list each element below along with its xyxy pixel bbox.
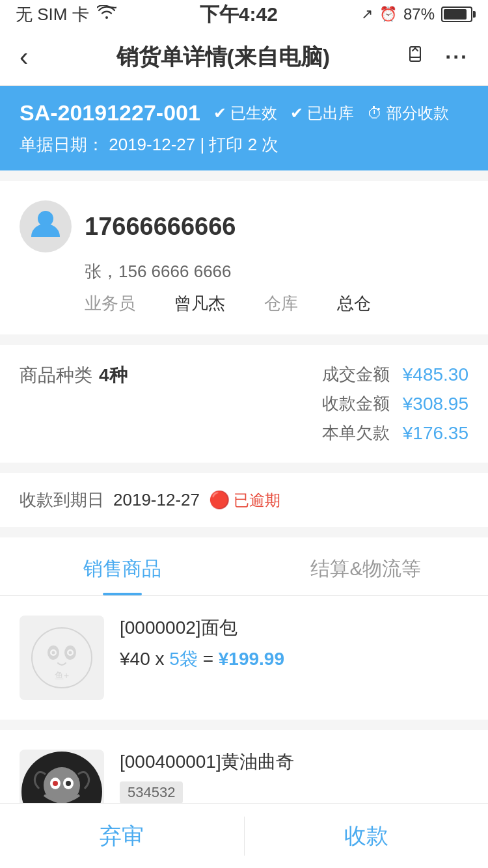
overdue-label: 收款到期日 xyxy=(20,489,104,511)
list-item: 鱼+ [0000002]面包 ¥40 x 5袋 = ¥199.99 xyxy=(0,596,488,720)
stats-left: 商品种类 4种 xyxy=(20,363,128,388)
customer-name: 张，156 6666 6666 xyxy=(20,260,468,283)
deal-amount-row: 成交金额 ¥485.30 xyxy=(322,363,468,386)
tab-sales[interactable]: 销售商品 xyxy=(0,537,244,595)
overdue-section: 收款到期日 2019-12-27 🔴 已逾期 xyxy=(0,473,488,527)
svg-point-8 xyxy=(69,651,72,655)
share-icon[interactable] xyxy=(405,44,426,70)
print-info: | 打印 2 次 xyxy=(200,135,278,154)
overdue-text: 已逾期 xyxy=(234,490,280,511)
receive-amount-label: 收款金额 xyxy=(322,392,390,415)
tabs-row: 销售商品 结算&物流等 xyxy=(0,537,488,595)
product-name-1: [0000002]面包 xyxy=(120,616,468,640)
battery-icon xyxy=(441,7,472,22)
wifi-icon xyxy=(97,5,116,23)
clock-icon: ⏱ xyxy=(367,104,383,122)
sales-name: 曾凡杰 xyxy=(174,292,225,315)
stats-section: 商品种类 4种 成交金额 ¥485.30 收款金额 ¥308.95 本单欠款 ¥… xyxy=(0,345,488,463)
product-price-1: ¥40 x 5袋 = ¥199.99 xyxy=(120,647,468,671)
avatar xyxy=(20,200,72,252)
bottom-bar: 弃审 收款 xyxy=(0,803,488,868)
owed-amount-label: 本单欠款 xyxy=(322,422,390,444)
customer-section: 17666666666 张，156 6666 6666 业务员 曾凡杰 仓库 总… xyxy=(0,181,488,334)
overdue-icon: 🔴 xyxy=(209,490,230,510)
page-title: 销货单详情(来自电脑) xyxy=(41,42,405,72)
customer-phone: 17666666666 xyxy=(85,213,236,241)
sales-label: 业务员 xyxy=(85,292,135,315)
svg-point-15 xyxy=(66,781,71,786)
carrier-label: 无 SIM 卡 xyxy=(16,3,89,26)
tabs-section: 销售商品 结算&物流等 xyxy=(0,537,488,596)
status-effected: ✔ 已生效 xyxy=(213,103,277,124)
alarm-icon: ⏰ xyxy=(379,6,397,23)
product-type-item: 商品种类 4种 xyxy=(20,363,128,388)
date-label: 单据日期： xyxy=(20,135,104,154)
cancel-button[interactable]: 弃审 xyxy=(0,804,244,868)
receive-amount: ¥308.95 xyxy=(403,394,468,414)
order-id: SA-20191227-001 xyxy=(20,100,200,126)
customer-info-row: 业务员 曾凡杰 仓库 总仓 xyxy=(20,292,468,315)
nav-bar: ‹ 销货单详情(来自电脑) ··· xyxy=(0,29,488,86)
product-type-label: 商品种类 xyxy=(20,363,92,388)
time-label: 下午4:42 xyxy=(200,1,278,28)
more-icon[interactable]: ··· xyxy=(445,45,468,69)
overdue-date: 2019-12-27 xyxy=(113,490,200,510)
owed-amount-row: 本单欠款 ¥176.35 xyxy=(322,422,468,444)
status-partial: ⏱ 部分收款 xyxy=(367,103,449,124)
warehouse-name: 总仓 xyxy=(337,292,371,315)
product-name-2: [000400001]黄油曲奇 xyxy=(120,750,468,774)
stats-right: 成交金额 ¥485.30 收款金额 ¥308.95 本单欠款 ¥176.35 xyxy=(322,363,468,444)
product-thumb-1: 鱼+ xyxy=(20,616,104,700)
overdue-badge: 🔴 已逾期 xyxy=(209,490,280,511)
warehouse-label: 仓库 xyxy=(264,292,298,315)
tab-settlement[interactable]: 结算&物流等 xyxy=(244,537,488,595)
order-date: 2019-12-27 xyxy=(109,135,195,154)
status-bar: 无 SIM 卡 下午4:42 ↗ ⏰ 87% xyxy=(0,0,488,29)
owed-amount: ¥176.35 xyxy=(403,423,468,444)
avatar-icon xyxy=(27,204,64,249)
svg-text:鱼+: 鱼+ xyxy=(55,670,69,681)
status-left: 无 SIM 卡 xyxy=(16,3,116,26)
deal-amount-label: 成交金额 xyxy=(322,363,390,386)
svg-point-14 xyxy=(53,781,58,786)
product-sku: 534532 xyxy=(120,781,183,804)
confirm-button[interactable]: 收款 xyxy=(245,804,489,868)
check-icon-1: ✔ xyxy=(213,104,226,122)
svg-point-7 xyxy=(52,651,55,655)
order-date-row: 单据日期： 2019-12-27 | 打印 2 次 xyxy=(20,133,468,156)
product-type-count: 4种 xyxy=(99,363,128,388)
battery-percent: 87% xyxy=(403,5,435,23)
deal-amount: ¥485.30 xyxy=(403,364,468,385)
check-icon-2: ✔ xyxy=(290,104,303,122)
product-info-1: [0000002]面包 ¥40 x 5袋 = ¥199.99 xyxy=(120,616,468,671)
back-button[interactable]: ‹ xyxy=(20,36,41,78)
location-icon: ↗ xyxy=(361,6,373,23)
status-right: ↗ ⏰ 87% xyxy=(361,5,472,23)
nav-right: ··· xyxy=(405,44,468,70)
status-shipped: ✔ 已出库 xyxy=(290,103,354,124)
receive-amount-row: 收款金额 ¥308.95 xyxy=(322,392,468,415)
order-header: SA-20191227-001 ✔ 已生效 ✔ 已出库 ⏱ 部分收款 单据日期：… xyxy=(0,86,488,170)
